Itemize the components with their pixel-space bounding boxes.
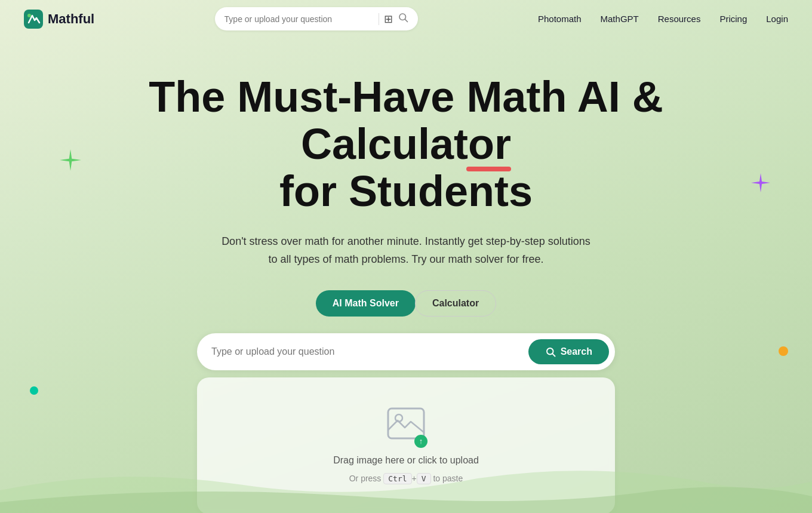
nav-divider <box>379 13 379 25</box>
logo[interactable]: Mathful <box>24 10 94 29</box>
search-button-label: Search <box>561 346 592 357</box>
nav-link-login[interactable]: Login <box>766 14 788 24</box>
hero-title: The Must-Have Math AI & Calculator for S… <box>78 73 734 216</box>
hero-title-part1: The Must-Have <box>149 73 466 121</box>
hero-subtitle-line2: to all types of math problems. Try our m… <box>268 253 543 265</box>
search-button[interactable]: Search <box>528 339 609 364</box>
search-btn-icon <box>545 346 556 357</box>
tabs-row: AI Math Solver Calculator <box>12 290 800 317</box>
nav-link-pricing[interactable]: Pricing <box>719 14 747 24</box>
hero-subtitle: Don't stress over math for another minut… <box>12 232 800 269</box>
tab-ai-math-solver[interactable]: AI Math Solver <box>316 290 416 317</box>
logo-text: Mathful <box>48 11 94 27</box>
svg-rect-6 <box>388 408 424 438</box>
nav-link-photomath[interactable]: Photomath <box>538 14 582 24</box>
nav-links: Photomath MathGPT Resources Pricing Logi… <box>538 14 788 24</box>
upload-icon-wrap: ↑ <box>387 407 425 446</box>
search-icon[interactable] <box>398 12 408 26</box>
navbar: Mathful ⊞ Photomath MathGPT Resources Pr… <box>0 0 812 38</box>
main-search-input[interactable] <box>211 346 528 357</box>
main-search-wrap: Search <box>12 333 800 370</box>
svg-point-7 <box>395 414 402 422</box>
nav-link-resources[interactable]: Resources <box>658 14 701 24</box>
wave-bottom-decoration <box>0 454 812 513</box>
svg-line-5 <box>552 354 555 356</box>
hero-title-part2: for Students <box>279 167 533 215</box>
nav-search-input[interactable] <box>224 14 374 24</box>
hero-section: The Must-Have Math AI & Calculator for S… <box>0 38 812 513</box>
tab-calculator[interactable]: Calculator <box>415 290 496 317</box>
svg-line-3 <box>405 19 407 21</box>
nav-link-mathgpt[interactable]: MathGPT <box>601 14 639 24</box>
hero-subtitle-line1: Don't stress over math for another minut… <box>222 235 590 247</box>
main-search-box: Search <box>197 333 615 370</box>
calculator-icon[interactable]: ⊞ <box>384 13 393 26</box>
svg-point-1 <box>27 14 31 17</box>
upload-arrow-icon: ↑ <box>414 435 427 448</box>
logo-icon <box>24 10 43 29</box>
nav-search-bar[interactable]: ⊞ <box>215 7 418 30</box>
